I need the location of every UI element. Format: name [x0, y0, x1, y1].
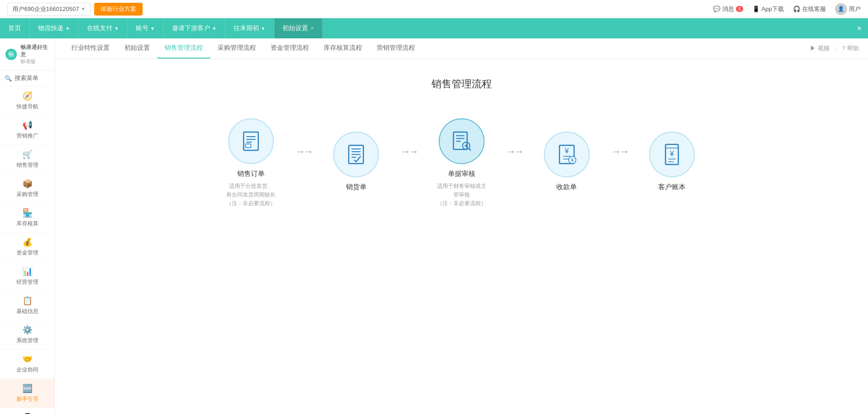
sub-tabs: 行业特性设置 初始设置 销售管理流程 采购管理流程 资金管理流程 库存核算流程 … [55, 38, 868, 59]
flow-step-sales-order[interactable]: 销售订单 适用于分批发货、 有合同发货周期较长 （注：非必要流程） [210, 118, 291, 208]
flow-step-name-document-review: 单据审核 [448, 170, 475, 178]
sub-tab-inventory-flow[interactable]: 库存核算流程 [316, 38, 369, 58]
nav-tab-account[interactable]: 账号 ▼ [128, 18, 164, 38]
sidebar-item-marketing-promo[interactable]: 📢 营销推广 [0, 116, 54, 145]
nav-tab-payment-label: 在线支付 [87, 24, 112, 32]
divider: | [835, 45, 836, 52]
nav-tab-account-label: 账号 [136, 24, 149, 32]
nav-tab-close-icon[interactable]: × [311, 25, 314, 32]
flow-arrow-1: →→ [292, 146, 315, 158]
video-icon: ▶ [810, 45, 816, 52]
flow-step-name-sales-order: 销售订单 [237, 170, 265, 178]
sub-tab-init-setting[interactable]: 初始设置 [117, 38, 157, 58]
sidebar-item-finance-mgmt[interactable]: 💰 资金管理 [0, 233, 54, 262]
top-bar: 用户690企业1660120507 ▼ 体验行业方案 💬 消息 6 📱 App下… [0, 0, 868, 18]
inventory-icon: 🏪 [22, 208, 32, 218]
nav-tabs: 首页 物流快递 ▼ 在线支付 ▼ 账号 ▼ 邀请下游客户 ▼ 往来期初 ▼ 初始… [0, 18, 868, 38]
flow-step-name-receipt: 收款单 [556, 183, 577, 191]
user-selector-text: 用户690企业1660120507 [12, 5, 79, 13]
sidebar-item-ops-mgmt[interactable]: 📊 经营管理 [0, 262, 54, 291]
nav-tab-period-label: 往来期初 [234, 24, 259, 32]
flow-step-receipt[interactable]: ¥ ¥ 收款单 [526, 132, 607, 195]
guide-icon: 🆕 [22, 383, 32, 393]
sidebar-item-label: 销售管理 [16, 161, 38, 169]
sidebar-item-label: 营销推广 [16, 132, 38, 140]
message-button[interactable]: 💬 消息 6 [713, 5, 743, 13]
logo-text: 畅康通好生意 标准版 [21, 44, 50, 64]
sidebar-item-enterprise-collab[interactable]: 🤝 企业协同 [0, 350, 54, 379]
sidebar-item-label: 经营管理 [16, 278, 38, 286]
flow-step-name-customer-account: 客户账本 [658, 183, 686, 191]
sidebar-item-basic-info[interactable]: 📋 基础信息 [0, 291, 54, 320]
user-selector[interactable]: 用户690企业1660120507 ▼ [7, 3, 91, 16]
help-icon: ? [842, 45, 845, 52]
sub-tab-sales-flow[interactable]: 销售管理流程 [157, 38, 210, 58]
message-icon: 💬 [713, 5, 720, 12]
flow-circle-receipt: ¥ ¥ [544, 132, 590, 177]
nav-tab-period[interactable]: 往来期初 ▼ [225, 18, 274, 38]
sub-tab-industry-setting[interactable]: 行业特性设置 [64, 38, 117, 58]
flow-circle-document-review [439, 118, 485, 164]
flow-arrow-4: →→ [607, 146, 631, 158]
sidebar-item-inventory[interactable]: 🏪 库存核算 [0, 203, 54, 233]
online-service-button[interactable]: 🎧 在线客服 [793, 5, 826, 13]
flow-step-sales-invoice[interactable]: 销货单 [315, 132, 397, 195]
flow-step-name-sales-invoice: 销货单 [346, 183, 367, 191]
nav-tab-invite[interactable]: 邀请下游客户 ▼ [164, 18, 225, 38]
sub-tab-finance-flow[interactable]: 资金管理流程 [263, 38, 316, 58]
nav-tab-invite-label: 邀请下游客户 [172, 24, 210, 32]
svg-text:¥: ¥ [564, 147, 569, 155]
flow-arrow-2: →→ [397, 146, 421, 158]
ops-icon: 📊 [22, 266, 32, 276]
sidebar-search[interactable]: 🔍 搜索菜单 [0, 70, 54, 86]
flow-step-customer-account[interactable]: ¥ 客户账本 [631, 132, 713, 195]
search-icon: 🔍 [5, 75, 12, 82]
sub-tab-purchase-flow[interactable]: 采购管理流程 [210, 38, 263, 58]
flow-step-desc-document-review: 适用于财务审核或主 管审核 （注：非必要流程） [437, 182, 486, 208]
nav-tab-logistics-label: 物流快递 [38, 24, 64, 32]
sub-tabs-right: ▶ 视频 | ? 帮助 [810, 44, 859, 53]
nav-tab-home-label: 首页 [8, 24, 21, 32]
basic-icon: 📋 [22, 296, 32, 306]
flow-circle-sales-order [228, 118, 274, 164]
finance-icon: 💰 [22, 237, 32, 247]
video-link[interactable]: ▶ 视频 [810, 44, 830, 53]
flow-step-document-review[interactable]: 单据审核 适用于财务审核或主 管审核 （注：非必要流程） [421, 118, 502, 208]
nav-tab-home[interactable]: 首页 [0, 18, 30, 38]
sidebar-item-label: 新手引导 [16, 395, 38, 403]
trial-button[interactable]: 体验行业方案 [94, 3, 143, 16]
app-download-button[interactable]: 📱 App下载 [752, 5, 784, 13]
nav-tab-logistics[interactable]: 物流快递 ▼ [30, 18, 79, 38]
top-bar-right: 💬 消息 6 📱 App下载 🎧 在线客服 👤 用户 [713, 3, 861, 15]
sidebar-item-sys-mgmt[interactable]: ⚙️ 系统管理 [0, 320, 54, 350]
flow-circle-sales-invoice [333, 132, 379, 177]
chevron-down-icon: ▼ [261, 26, 266, 31]
headset-icon: 🎧 [793, 5, 800, 12]
help-link[interactable]: ? 帮助 [842, 44, 859, 53]
sidebar-item-quick-nav[interactable]: 🧭 快捷导航 [0, 86, 54, 116]
nav-tab-init[interactable]: 初始设置 × [274, 18, 323, 38]
sidebar-item-new-guide[interactable]: 🆕 新手引导 [0, 379, 54, 408]
sidebar-item-label: 库存核算 [16, 220, 38, 228]
svg-text:畅: 畅 [8, 51, 14, 58]
customer-account-icon: ¥ [660, 143, 684, 166]
svg-rect-6 [245, 144, 251, 148]
sub-tab-marketing-flow[interactable]: 营销管理流程 [369, 38, 422, 58]
sidebar-item-sales-mgmt[interactable]: 🛒 销售管理 [0, 145, 54, 174]
svg-line-17 [469, 149, 471, 150]
collab-icon: 🤝 [22, 354, 32, 364]
marketing-icon: 📢 [22, 120, 32, 130]
sidebar-item-label: 快捷导航 [16, 103, 38, 111]
nav-tab-payment[interactable]: 在线支付 ▼ [79, 18, 128, 38]
chevron-down-icon: ▼ [212, 26, 217, 31]
sidebar-item-app-center[interactable]: 📱 应用中心 [0, 408, 54, 414]
user-menu-button[interactable]: 👤 用户 [835, 3, 861, 15]
top-bar-left: 用户690企业1660120507 ▼ 体验行业方案 [7, 3, 143, 16]
download-icon: 📱 [752, 5, 760, 12]
sidebar-item-purchase-mgmt[interactable]: 📦 采购管理 [0, 174, 54, 203]
flow-content: 销售管理流程 销售订单 适用于分批发货、 有合同发货周期较长 [55, 59, 868, 414]
flow-title: 销售管理流程 [431, 77, 492, 91]
nav-close-all-button[interactable]: × [850, 18, 868, 38]
sidebar-item-label: 基础信息 [16, 308, 38, 315]
avatar: 👤 [835, 3, 847, 15]
